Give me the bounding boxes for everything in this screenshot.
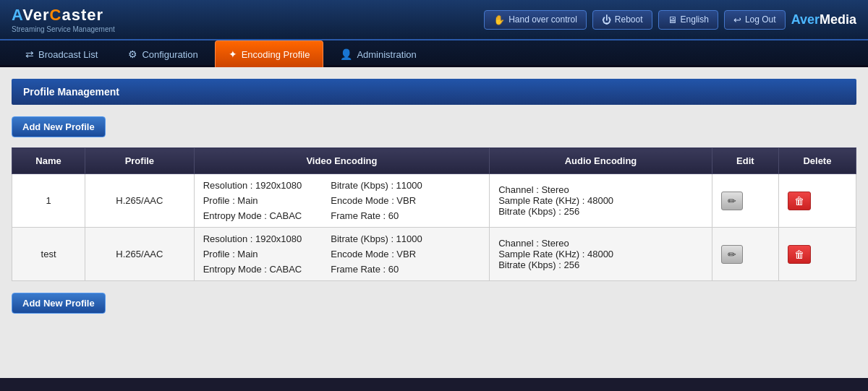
row2-frame-rate: Frame Rate : 60: [331, 264, 422, 275]
row2-bitrate-audio: Bitrate (Kbps) : 256: [498, 259, 703, 270]
header: AVerCaster Streaming Service Management …: [0, 0, 868, 40]
row1-delete-cell: 🗑: [778, 174, 856, 228]
admin-icon: 👤: [340, 48, 352, 60]
header-controls: ✋ Hand over control ⏻ Reboot 🖥 English ↩…: [484, 10, 856, 30]
tab-encoding-profile[interactable]: ✦ Encoding Profile: [215, 40, 324, 67]
hand-icon: ✋: [493, 14, 505, 25]
hand-over-control-button[interactable]: ✋ Hand over control: [484, 10, 587, 30]
col-header-audio-encoding: Audio Encoding: [490, 148, 712, 174]
broadcast-icon: ⇄: [25, 48, 34, 60]
add-new-profile-bottom-button[interactable]: Add New Profile: [12, 293, 106, 314]
logout-icon: ↩: [733, 14, 741, 25]
col-header-video-encoding: Video Encoding: [194, 148, 489, 174]
row2-encode-mode: Encode Mode : VBR: [331, 249, 422, 259]
row2-profile-mode: Profile : Main: [203, 249, 302, 259]
row2-edit-button[interactable]: ✏: [721, 245, 743, 264]
logo-area: AVerCaster Streaming Service Management: [12, 6, 115, 33]
reboot-button[interactable]: ⏻ Reboot: [592, 10, 652, 30]
row2-bitrate-video: Bitrate (Kbps) : 11000: [331, 233, 422, 244]
content-area: Profile Management Add New Profile Name …: [0, 67, 868, 378]
col-header-profile: Profile: [85, 148, 195, 174]
tab-configuration[interactable]: ⚙ Configuration: [114, 40, 211, 67]
row1-audio-encoding: Channel : Stereo Sample Rate (KHz) : 480…: [490, 174, 712, 228]
row2-channel: Channel : Stereo: [498, 238, 703, 249]
row2-resolution: Resolution : 1920x1080: [203, 233, 302, 244]
row1-sample-rate: Sample Rate (KHz) : 48000: [498, 195, 703, 206]
col-header-delete: Delete: [778, 148, 856, 174]
table-row: 1 H.265/AAC Resolution : 1920x1080 Profi…: [12, 174, 856, 228]
tab-broadcast-list[interactable]: ⇄ Broadcast List: [12, 40, 111, 67]
col-header-edit: Edit: [712, 148, 778, 174]
row2-delete-cell: 🗑: [778, 228, 856, 281]
tab-administration[interactable]: 👤 Administration: [326, 40, 430, 67]
row2-video-encoding: Resolution : 1920x1080 Profile : Main En…: [194, 228, 489, 281]
row2-audio-encoding: Channel : Stereo Sample Rate (KHz) : 480…: [490, 228, 712, 281]
row2-name: test: [12, 228, 85, 281]
row2-entropy: Entropy Mode : CABAC: [203, 264, 302, 275]
row1-frame-rate: Frame Rate : 60: [331, 210, 422, 221]
nav-bar: ⇄ Broadcast List ⚙ Configuration ✦ Encod…: [0, 40, 868, 67]
row2-delete-button[interactable]: 🗑: [788, 245, 811, 264]
row1-entropy: Entropy Mode : CABAC: [203, 210, 302, 221]
row1-edit-cell: ✏: [712, 174, 778, 228]
section-header: Profile Management: [12, 79, 856, 105]
row2-edit-cell: ✏: [712, 228, 778, 281]
row1-profile-mode: Profile : Main: [203, 195, 302, 206]
power-icon: ⏻: [602, 14, 611, 25]
row1-resolution: Resolution : 1920x1080: [203, 180, 302, 191]
row1-video-encoding: Resolution : 1920x1080 Profile : Main En…: [194, 174, 489, 228]
profile-table: Name Profile Video Encoding Audio Encodi…: [12, 147, 856, 281]
row1-encode-mode: Encode Mode : VBR: [331, 195, 422, 206]
avermedia-logo: AverMedia: [791, 12, 856, 27]
row1-bitrate-audio: Bitrate (Kbps) : 256: [498, 206, 703, 217]
row1-name: 1: [12, 174, 85, 228]
config-icon: ⚙: [128, 48, 137, 60]
logout-button[interactable]: ↩ Log Out: [724, 10, 786, 30]
col-header-name: Name: [12, 148, 85, 174]
encoding-icon: ✦: [229, 48, 237, 60]
row1-profile: H.265/AAC: [85, 174, 195, 228]
row1-delete-button[interactable]: 🗑: [788, 192, 811, 210]
add-new-profile-top-button[interactable]: Add New Profile: [12, 116, 106, 137]
row1-bitrate-video: Bitrate (Kbps) : 11000: [331, 180, 422, 191]
row1-channel: Channel : Stereo: [498, 184, 703, 195]
row1-edit-button[interactable]: ✏: [721, 192, 743, 210]
language-button[interactable]: 🖥 English: [658, 10, 718, 30]
app-title: AVerCaster: [12, 6, 115, 25]
table-row: test H.265/AAC Resolution : 1920x1080 Pr…: [12, 228, 856, 281]
monitor-icon: 🖥: [668, 14, 677, 25]
row2-profile: H.265/AAC: [85, 228, 195, 281]
table-header-row: Name Profile Video Encoding Audio Encodi…: [12, 148, 856, 174]
row2-sample-rate: Sample Rate (KHz) : 48000: [498, 249, 703, 259]
app-subtitle: Streaming Service Management: [12, 25, 115, 33]
